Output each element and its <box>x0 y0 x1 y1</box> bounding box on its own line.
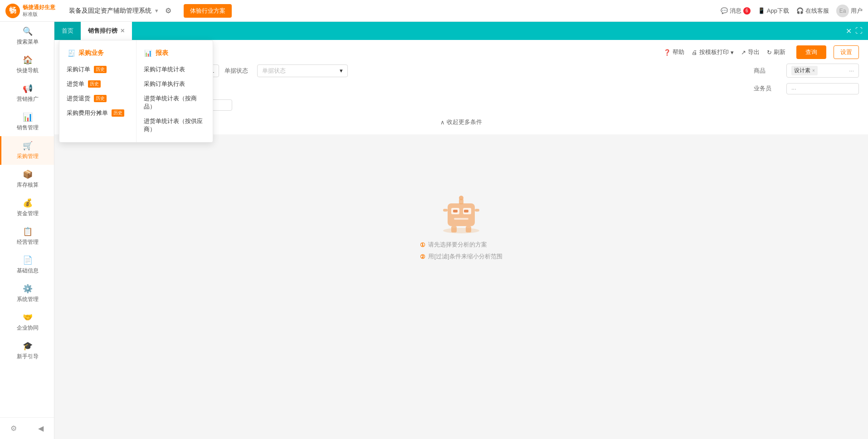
svg-rect-5 <box>464 210 468 212</box>
phone-icon: 📱 <box>758 7 765 14</box>
top-bar: 畅 畅捷通好生意 标准版 装备及固定资产辅助管理系统 ▾ ⚙ 体验行业方案 💬 … <box>0 0 868 22</box>
refresh-item[interactable]: ↻ 刷新 <box>767 48 785 56</box>
menu-item-purchase-order-exec[interactable]: 采购订单执行表 <box>137 77 213 91</box>
sidebar-item-inventory[interactable]: 📦 库存核算 <box>0 165 54 193</box>
history-badge-1: 历史 <box>88 80 101 88</box>
purchase-category-label: 采购业务 <box>78 49 104 57</box>
sidebar-item-quicknav[interactable]: 🏠 快捷导航 <box>0 50 54 79</box>
hint-number-2: ② <box>420 253 425 260</box>
finance-icon: 💰 <box>23 198 33 208</box>
goods-tag: 设计素 × <box>791 66 818 75</box>
sidebar-collapse-btn[interactable]: ◀ <box>34 422 47 434</box>
notification-badge: 6 <box>743 7 751 15</box>
sidebar-item-finance[interactable]: 💰 资金管理 <box>0 193 54 222</box>
collapse-icon: ∧ <box>440 119 445 126</box>
app-download-item[interactable]: 📱 App下载 <box>758 7 789 15</box>
menu-item-purchase-order-stats[interactable]: 采购订单统计表 <box>137 62 213 77</box>
sidebar-label-guide: 新手引导 <box>17 353 39 360</box>
empty-illustration <box>434 190 488 235</box>
notification-item[interactable]: 💬 消息 6 <box>721 7 751 15</box>
sidebar-item-purchase[interactable]: 🛒 采购管理 <box>0 136 54 165</box>
status-select[interactable]: 单据状态 ▾ <box>257 64 348 77</box>
operations-icon: 📋 <box>23 227 33 237</box>
refresh-label: 刷新 <box>774 48 785 56</box>
menu-item-goods-receipt-by-goods[interactable]: 进货单统计表（按商品） <box>137 91 213 114</box>
sidebar-item-system[interactable]: ⚙️ 系统管理 <box>0 279 54 308</box>
purchase-category: 🧾 采购业务 <box>59 46 136 62</box>
query-button[interactable]: 查询 <box>796 45 826 59</box>
home-icon: 🏠 <box>23 55 33 65</box>
purchase-dropdown-menu: 🧾 采购业务 采购订单 历史 进货单 历史 进货退货 历史 采购费用分摊单 历史… <box>59 40 213 143</box>
online-service-label: 在线客服 <box>805 7 829 15</box>
sidebar-label-inventory: 库存核算 <box>17 181 39 189</box>
sidebar-item-guide[interactable]: 🎓 新手引导 <box>0 336 54 365</box>
sidebar-item-basic[interactable]: 📄 基础信息 <box>0 251 54 279</box>
enterprise-icon: 🤝 <box>23 312 33 322</box>
menu-item-goods-receipt[interactable]: 进货单 历史 <box>59 77 136 91</box>
history-badge-3: 历史 <box>112 109 124 117</box>
menu-label-goods-receipt-by-supplier: 进货单统计表（按供应商） <box>144 117 206 133</box>
top-right: 💬 消息 6 📱 App下载 🎧 在线客服 Ea 用户 <box>721 5 863 17</box>
export-item[interactable]: ↗ 导出 <box>741 48 760 56</box>
menu-item-purchase-expense[interactable]: 采购费用分摊单 历史 <box>59 106 136 120</box>
search-icon: 🔍 <box>23 26 33 36</box>
user-item[interactable]: Ea 用户 <box>836 5 863 17</box>
salesperson-field[interactable]: ··· <box>786 83 859 94</box>
tab-close-all-icon[interactable]: ✕ <box>846 27 852 35</box>
hint-text-2: 用[过滤]条件来缩小分析范围 <box>428 252 502 261</box>
set-button[interactable]: 设置 <box>834 45 859 59</box>
app-download-label: App下载 <box>767 7 789 15</box>
svg-rect-4 <box>453 210 458 212</box>
menu-label-goods-receipt-by-goods: 进货单统计表（按商品） <box>144 94 206 111</box>
sidebar-label-enterprise: 企业协同 <box>17 324 39 332</box>
goods-field[interactable]: 设计素 × ··· <box>786 64 859 78</box>
system-name: 装备及固定资产辅助管理系统 <box>69 7 151 15</box>
goods-tag-close[interactable]: × <box>812 68 815 73</box>
tab-bar-right: ✕ ⛶ <box>846 27 868 35</box>
sidebar-label-system: 系统管理 <box>17 296 39 303</box>
online-service-item[interactable]: 🎧 在线客服 <box>796 7 829 15</box>
collapse-label: 收起更多条件 <box>447 118 482 126</box>
sidebar-bottom: ⚙ ◀ <box>0 417 54 439</box>
goods-label: 商品 <box>754 67 781 75</box>
tab-sales-rank[interactable]: 销售排行榜 ✕ <box>81 22 132 40</box>
sidebar-label-basic: 基础信息 <box>17 267 39 275</box>
purchase-business-column: 🧾 采购业务 采购订单 历史 进货单 历史 进货退货 历史 采购费用分摊单 历史 <box>59 40 137 142</box>
print-dropdown-icon[interactable]: ▾ <box>731 49 734 56</box>
svg-rect-12 <box>466 226 471 232</box>
trial-button[interactable]: 体验行业方案 <box>184 4 232 18</box>
empty-hints: ① 请先选择要分析的方案 ② 用[过滤]条件来缩小分析范围 <box>420 241 502 261</box>
tab-expand-icon[interactable]: ⛶ <box>855 27 863 35</box>
sidebar-item-operations[interactable]: 📋 经营管理 <box>0 222 54 251</box>
report-category-label: 报表 <box>156 49 168 57</box>
logo-icon: 畅 <box>5 4 20 18</box>
help-item[interactable]: ❓ 帮助 <box>663 48 684 56</box>
menu-item-goods-return[interactable]: 进货退货 历史 <box>59 91 136 106</box>
logo-line1: 畅捷通好生意 <box>23 4 55 11</box>
goods-tag-text: 设计素 <box>794 67 810 74</box>
print-label: 按模板打印 <box>699 48 729 56</box>
sidebar-item-search[interactable]: 🔍 搜索菜单 <box>0 22 54 50</box>
report-category-icon: 📊 <box>144 49 153 58</box>
goods-dots[interactable]: ··· <box>849 67 854 74</box>
sidebar-item-marketing[interactable]: 📢 营销推广 <box>0 79 54 108</box>
tab-home[interactable]: 首页 <box>54 22 81 40</box>
print-template-item[interactable]: 🖨 按模板打印 ▾ <box>692 48 734 56</box>
print-icon: 🖨 <box>692 49 697 56</box>
empty-hint-2: ② 用[过滤]条件来缩小分析范围 <box>420 252 502 261</box>
system-dropdown-arrow[interactable]: ▾ <box>155 7 158 14</box>
hint-text-1: 请先选择要分析的方案 <box>428 241 487 249</box>
svg-point-8 <box>459 196 463 200</box>
sidebar-item-sales[interactable]: 📊 销售管理 <box>0 108 54 136</box>
salesperson-dots[interactable]: ··· <box>791 85 796 92</box>
menu-item-purchase-order[interactable]: 采购订单 历史 <box>59 62 136 77</box>
settings-icon[interactable]: ⚙ <box>162 5 175 17</box>
sidebar-item-enterprise[interactable]: 🤝 企业协同 <box>0 308 54 336</box>
tab-close-icon[interactable]: ✕ <box>120 28 125 34</box>
tab-sales-rank-label: 销售排行榜 <box>88 27 117 35</box>
menu-item-goods-receipt-by-supplier[interactable]: 进货单统计表（按供应商） <box>137 114 213 137</box>
sidebar-settings-btn[interactable]: ⚙ <box>7 422 20 434</box>
export-label: 导出 <box>748 48 760 56</box>
menu-label-purchase-order-stats: 采购订单统计表 <box>144 65 185 74</box>
sidebar-label-marketing: 营销推广 <box>17 95 39 103</box>
